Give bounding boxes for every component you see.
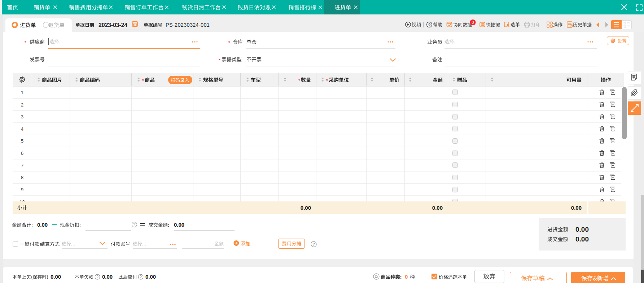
svg-text:?: ? [133, 222, 135, 227]
svg-text:?: ? [140, 275, 142, 279]
svg-text:0.00: 0.00 [145, 274, 156, 280]
svg-text:0.00: 0.00 [37, 222, 48, 228]
svg-text:0.00: 0.00 [575, 235, 589, 243]
svg-text:0.00: 0.00 [51, 274, 61, 280]
svg-text:2: 2 [21, 102, 24, 108]
svg-text:0.00: 0.00 [575, 226, 589, 233]
svg-text:6: 6 [21, 151, 24, 156]
svg-text:0.00: 0.00 [301, 205, 311, 211]
svg-text:0.00: 0.00 [571, 205, 582, 211]
svg-text:?: ? [96, 275, 98, 279]
svg-text:7: 7 [21, 163, 24, 168]
svg-text:8: 8 [21, 175, 24, 180]
svg-text:10: 10 [19, 199, 25, 205]
svg-text:5: 5 [21, 138, 24, 144]
svg-text:0: 0 [472, 20, 474, 25]
svg-text:2023-03-24: 2023-03-24 [98, 22, 127, 28]
svg-text:0.00: 0.00 [174, 222, 184, 228]
svg-text:?: ? [428, 23, 430, 27]
svg-text:3: 3 [21, 114, 24, 119]
svg-text:9: 9 [21, 187, 24, 192]
svg-text:4: 4 [21, 126, 24, 132]
svg-text:1: 1 [21, 90, 24, 95]
svg-text:0.00: 0.00 [432, 205, 443, 211]
svg-text:0.00: 0.00 [102, 274, 113, 280]
svg-text:?: ? [312, 242, 315, 247]
svg-text:0: 0 [405, 274, 408, 280]
svg-text:PS-20230324-001: PS-20230324-001 [166, 22, 210, 28]
